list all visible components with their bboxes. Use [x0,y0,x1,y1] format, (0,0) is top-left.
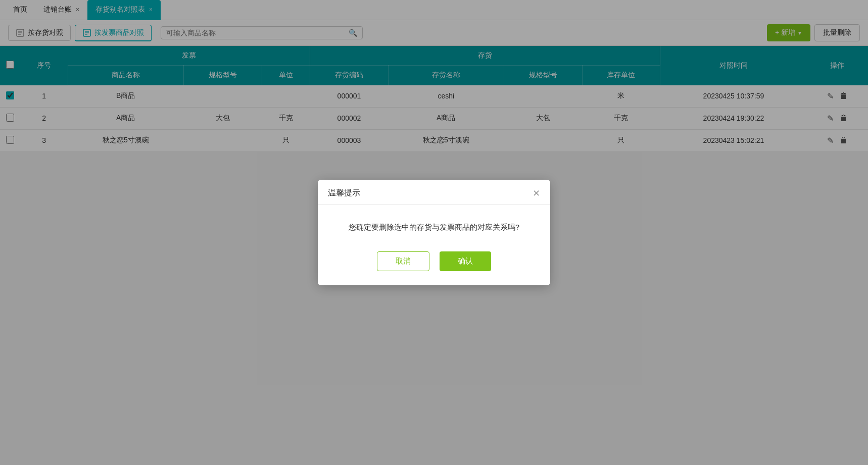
modal-overlay: 温馨提示 ✕ 您确定要删除选中的存货与发票商品的对应关系吗? 取消 确认 [0,0,868,152]
